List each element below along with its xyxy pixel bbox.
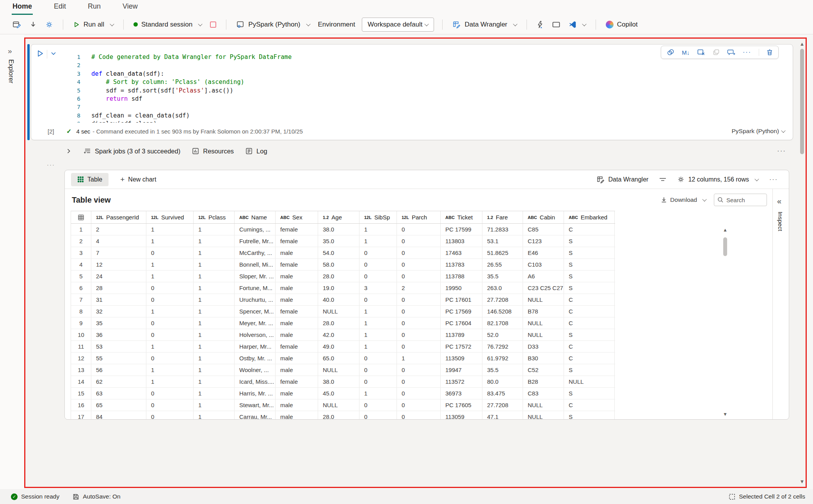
- column-header[interactable]: 12LParch: [397, 211, 441, 223]
- stop-session-button[interactable]: [208, 20, 218, 29]
- column-header[interactable]: 1.2Age: [318, 211, 359, 223]
- scroll-up-icon[interactable]: ▲: [722, 227, 728, 233]
- table-cell: 76.7292: [482, 341, 523, 352]
- table-row[interactable]: 62801Fortune, M...male19.03219950263.0C2…: [71, 282, 615, 294]
- resources-tab[interactable]: Resources: [192, 148, 234, 155]
- table-row[interactable]: 146211Icard, Miss....female38.0001135728…: [71, 376, 615, 388]
- expand-jobs-chevron[interactable]: [66, 148, 71, 154]
- column-header[interactable]: ABCSex: [276, 211, 318, 223]
- filter-button[interactable]: [659, 177, 666, 182]
- table-cell: 113789: [441, 329, 482, 340]
- table-row[interactable]: 135611Woolner, ...maleNULL001994735.5C52…: [71, 364, 615, 376]
- log-tab[interactable]: Log: [246, 148, 267, 155]
- code-line[interactable]: 3def clean_data(sdf):: [66, 70, 789, 78]
- code-line[interactable]: 8sdf_clean = clean_data(sdf): [66, 112, 789, 120]
- output-data-wrangler-button[interactable]: Data Wrangler: [595, 174, 650, 185]
- explorer-label[interactable]: Explorer: [7, 59, 15, 83]
- code-line[interactable]: 7: [66, 103, 789, 111]
- column-header[interactable]: 12LPassengerId: [91, 211, 146, 223]
- search-icon: [717, 197, 724, 203]
- columns-rows-settings[interactable]: 12 columns, 156 rows: [676, 174, 760, 185]
- copilot-button[interactable]: Copilot: [604, 19, 639, 30]
- run-cell-button[interactable]: [36, 49, 44, 58]
- cell-run-options-chevron[interactable]: [50, 50, 57, 57]
- table-row[interactable]: 166501Stewart, Mr...maleNULL00PC 1760527…: [71, 399, 615, 411]
- table-scroll-thumb[interactable]: [723, 237, 727, 256]
- table-row[interactable]: 115311Harper, Mr...female49.010PC 175727…: [71, 341, 615, 353]
- focus-mode-button[interactable]: [550, 20, 562, 30]
- new-chart-button[interactable]: + New chart: [120, 176, 156, 183]
- page-scrollbar[interactable]: ▲ ▼: [799, 39, 806, 487]
- table-scrollbar[interactable]: ▲ ▼: [722, 227, 728, 417]
- table-row[interactable]: 52411Sloper, Mr. ...male28.00011378835.5…: [71, 271, 615, 282]
- column-header[interactable]: ABCEmbarked: [564, 211, 615, 223]
- table-row[interactable]: 93501Meyer, Mr. ...male28.010PC 1760482.…: [71, 317, 615, 329]
- expand-explorer-icon[interactable]: »: [8, 47, 12, 55]
- menu-edit[interactable]: Edit: [53, 0, 67, 15]
- settings-gear-icon[interactable]: [44, 19, 55, 30]
- spark-jobs-tab[interactable]: Spark jobs (3 of 3 succeeded): [83, 148, 180, 155]
- table-row[interactable]: 1211Cumings, ...female38.010PC 1759971.2…: [71, 224, 615, 235]
- download-icon[interactable]: [28, 19, 39, 30]
- table-cell: 0: [397, 329, 441, 340]
- table-row[interactable]: 2411Futrelle, Mr...female35.01011380353.…: [71, 235, 615, 247]
- table-search[interactable]: [714, 194, 767, 206]
- line-number: 5: [66, 87, 80, 95]
- open-in-vscode-button[interactable]: [567, 19, 587, 30]
- page-scroll-thumb[interactable]: [800, 49, 804, 154]
- run-all-button[interactable]: Run all: [71, 19, 115, 30]
- row-index-header[interactable]: [71, 211, 91, 223]
- code-line[interactable]: 4 # Sort by column: 'Pclass' (ascending): [66, 78, 789, 86]
- lightning-button[interactable]: [535, 19, 545, 30]
- environment-button[interactable]: Environment: [317, 19, 357, 30]
- workspace-default-dropdown[interactable]: Workspace default: [362, 18, 434, 32]
- tab-table[interactable]: Table: [71, 173, 109, 186]
- table-row[interactable]: 41211Bonnell, Mi...female58.00011378326.…: [71, 259, 615, 271]
- code-cell[interactable]: M↓ ··· 1#: [31, 44, 793, 140]
- column-header[interactable]: 1.2Fare: [482, 211, 523, 223]
- chevron-down-icon: [781, 128, 785, 133]
- menu-view[interactable]: View: [122, 0, 139, 15]
- column-header[interactable]: ABCTicket: [441, 211, 482, 223]
- table-cell: 1: [397, 353, 441, 364]
- table-row[interactable]: 178401Carrau, Mr...male28.00011305947.1N…: [71, 411, 615, 420]
- table-row[interactable]: 3701McCarthy, ...male54.0001746351.8625E…: [71, 247, 615, 259]
- column-header[interactable]: ABCCabin: [523, 211, 564, 223]
- output-more-button[interactable]: ···: [769, 176, 778, 183]
- language-selector[interactable]: PySpark (Python): [235, 19, 311, 30]
- scroll-up-icon[interactable]: ▲: [799, 41, 806, 47]
- cell-kernel-selector[interactable]: PySpark (Python): [732, 128, 793, 135]
- code-line[interactable]: 2: [66, 61, 789, 69]
- table-cell: 1: [359, 235, 397, 247]
- table-cell: male: [276, 294, 318, 305]
- table-row[interactable]: 125501Ostby, Mr. ...male65.00111350961.9…: [71, 353, 615, 364]
- data-wrangler-button[interactable]: Data Wrangler: [451, 19, 518, 30]
- expand-inspect-icon[interactable]: «: [777, 197, 781, 206]
- menu-run[interactable]: Run: [87, 0, 101, 15]
- code-line[interactable]: 5 sdf = sdf.sort(sdf['Pclass'].asc()): [66, 87, 789, 95]
- column-header[interactable]: 12LPclass: [194, 211, 235, 223]
- column-header[interactable]: 12LSibSp: [359, 211, 397, 223]
- column-header[interactable]: 12LSurvived: [146, 211, 194, 223]
- scroll-down-icon[interactable]: ▼: [722, 411, 728, 417]
- cell-more-indicator[interactable]: ···: [47, 161, 55, 168]
- table-row[interactable]: 73101Uruchurtu, ...male40.000PC 1760127.…: [71, 294, 615, 306]
- code-line[interactable]: 9display(sdf_clean): [66, 120, 789, 123]
- code-editor[interactable]: 1# Code generated by Data Wrangler for P…: [66, 45, 789, 123]
- session-status-button[interactable]: Standard session: [132, 19, 203, 30]
- table-row[interactable]: 103601Holverson, ...male42.01011378952.0…: [71, 329, 615, 341]
- scroll-down-icon[interactable]: ▼: [799, 479, 806, 484]
- table-row[interactable]: 83211Spencer, M...femaleNULL10PC 1756914…: [71, 306, 615, 317]
- search-input[interactable]: [726, 197, 761, 203]
- code-line[interactable]: 6 return sdf: [66, 95, 789, 103]
- download-button[interactable]: Download: [661, 196, 706, 203]
- table-row[interactable]: 156301Harris, Mr. ...male45.0103697383.4…: [71, 388, 615, 399]
- inspect-label[interactable]: Inspect: [777, 212, 784, 231]
- menu-home[interactable]: Home: [12, 0, 33, 15]
- autosave-status[interactable]: AutoSave: On: [73, 493, 121, 500]
- table-cell: 0: [359, 247, 397, 258]
- column-header[interactable]: ABCName: [235, 211, 276, 223]
- table-cell: 71.2833: [482, 224, 523, 235]
- edit-notebook-icon[interactable]: [11, 19, 23, 30]
- code-line[interactable]: 1# Code generated by Data Wrangler for P…: [66, 53, 789, 61]
